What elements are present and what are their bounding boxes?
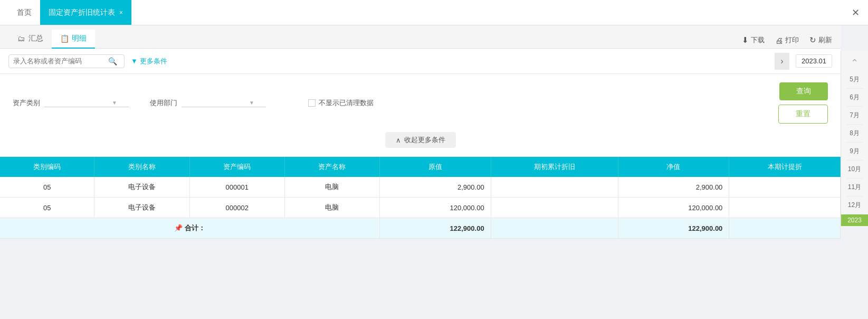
collapse-label: 收起更多条件 xyxy=(404,135,445,145)
tab-detail[interactable]: 📋 明细 xyxy=(52,30,95,49)
cell-initial-depreciation xyxy=(491,198,618,218)
search-input-wrap[interactable]: 🔍 xyxy=(8,54,125,68)
collapse-button[interactable]: ∧ 收起更多条件 xyxy=(385,132,456,148)
cell-current-depreciation xyxy=(729,198,841,218)
month-list: 5月6月7月8月9月10月11月12月 xyxy=(846,71,863,214)
total-initial-depreciation xyxy=(491,218,618,239)
search-input[interactable] xyxy=(13,57,108,65)
download-button[interactable]: ⬇ 下载 xyxy=(742,35,765,45)
tab-summary[interactable]: 🗂 汇总 xyxy=(8,30,52,49)
cell-category-name: 电子设备 xyxy=(94,177,189,198)
filter-area: 资产类别 ▼ 使用部门 ▼ 不显示已清理数据 xyxy=(0,74,841,157)
category-dropdown-icon: ▼ xyxy=(112,100,117,106)
department-select[interactable]: ▼ xyxy=(182,99,266,107)
cell-asset-code: 000002 xyxy=(189,198,284,218)
month-item[interactable]: 7月 xyxy=(846,107,863,125)
cell-category-name: 电子设备 xyxy=(94,198,189,218)
month-panel: ⌃ 5月6月7月8月9月10月11月12月 2023 xyxy=(841,51,868,226)
col-header-category-code: 类别编码 xyxy=(0,157,94,177)
table-wrap: 类别编码 类别名称 资产编码 资产名称 原值 期初累计折旧 净值 本期计提折 0… xyxy=(0,157,841,239)
print-button[interactable]: 🖨 打印 xyxy=(775,35,799,45)
month-item[interactable]: 5月 xyxy=(846,71,863,89)
total-current-depreciation xyxy=(729,218,841,239)
tab-close-icon[interactable]: × xyxy=(119,9,123,16)
sub-tabs-bar: 🗂 汇总 📋 明细 ⬇ 下载 🖨 打印 ↻ 刷新 xyxy=(0,25,841,49)
detail-icon: 📋 xyxy=(60,34,69,43)
total-original-value: 122,900.00 xyxy=(379,218,491,239)
cell-asset-code: 000001 xyxy=(189,177,284,198)
col-header-asset-code: 资产编码 xyxy=(189,157,284,177)
total-net-value: 122,900.00 xyxy=(618,218,729,239)
date-label: 2023.01 xyxy=(796,54,832,68)
refresh-icon: ↻ xyxy=(809,35,816,45)
asset-category-field: 资产类别 ▼ xyxy=(13,98,129,108)
cell-category-code: 05 xyxy=(0,177,94,198)
cell-category-code: 05 xyxy=(0,198,94,218)
cell-asset-name: 电脑 xyxy=(284,198,379,218)
col-header-category-name: 类别名称 xyxy=(94,157,189,177)
department-dropdown-icon: ▼ xyxy=(249,100,254,106)
col-header-asset-name: 资产名称 xyxy=(284,157,379,177)
more-filter-button[interactable]: ▼ 更多条件 xyxy=(131,57,167,66)
query-button[interactable]: 查询 xyxy=(779,82,828,100)
hide-cleared-checkbox[interactable] xyxy=(308,99,316,107)
toolbar-right: ⬇ 下载 🖨 打印 ↻ 刷新 xyxy=(742,35,832,48)
tab-summary-label: 汇总 xyxy=(28,34,43,43)
month-item[interactable]: 8月 xyxy=(846,125,863,143)
cell-current-depreciation xyxy=(729,177,841,198)
month-item[interactable]: 11月 xyxy=(846,179,863,196)
cell-original-value: 120,000.00 xyxy=(379,198,491,218)
hide-cleared-label: 不显示已清理数据 xyxy=(319,98,374,108)
summary-icon: 🗂 xyxy=(17,34,25,43)
col-header-net-value: 净值 xyxy=(618,157,729,177)
filter-label: 更多条件 xyxy=(140,57,167,66)
table-row: 05 电子设备 000001 电脑 2,900.00 2,900.00 xyxy=(0,177,841,198)
reset-button[interactable]: 重置 xyxy=(778,105,828,124)
table-row: 05 电子设备 000002 电脑 120,000.00 120,000.00 xyxy=(0,198,841,218)
cell-original-value: 2,900.00 xyxy=(379,177,491,198)
month-item[interactable]: 10月 xyxy=(846,161,863,179)
filter-row: 资产类别 ▼ 使用部门 ▼ 不显示已清理数据 xyxy=(13,82,828,124)
tab-label: 固定资产折旧统计表 xyxy=(49,8,115,17)
btn-area: 查询 重置 xyxy=(778,82,828,124)
col-header-current-depreciation: 本期计提折 xyxy=(729,157,841,177)
cell-net-value: 2,900.00 xyxy=(618,177,729,198)
total-row: 📌合计： 122,900.00 122,900.00 xyxy=(0,218,841,239)
tab-detail-label: 明细 xyxy=(72,34,87,43)
asset-category-select[interactable]: ▼ xyxy=(44,99,129,107)
cell-initial-depreciation xyxy=(491,177,618,198)
department-label: 使用部门 xyxy=(150,98,177,108)
download-label: 下载 xyxy=(751,35,765,45)
month-item[interactable]: 9月 xyxy=(846,143,863,161)
filter-icon: ▼ xyxy=(131,57,138,65)
department-field: 使用部门 ▼ xyxy=(150,98,266,108)
search-icon: 🔍 xyxy=(108,57,117,65)
col-header-original-value: 原值 xyxy=(379,157,491,177)
download-icon: ⬇ xyxy=(742,35,749,45)
cell-asset-name: 电脑 xyxy=(284,177,379,198)
month-item[interactable]: 6月 xyxy=(846,89,863,107)
main-content: 🗂 汇总 📋 明细 ⬇ 下载 🖨 打印 ↻ 刷新 xyxy=(0,25,841,239)
cell-net-value: 120,000.00 xyxy=(618,198,729,218)
hide-cleared-field: 不显示已清理数据 xyxy=(308,98,374,108)
print-icon: 🖨 xyxy=(775,36,783,45)
collapse-icon: ∧ xyxy=(396,136,401,144)
refresh-button[interactable]: ↻ 刷新 xyxy=(809,35,832,45)
month-item[interactable]: 12月 xyxy=(846,196,863,214)
search-bar: 🔍 ▼ 更多条件 › 2023.01 xyxy=(0,49,841,74)
table-header: 类别编码 类别名称 资产编码 资产名称 原值 期初累计折旧 净值 本期计提折 xyxy=(0,157,841,177)
table-body: 05 电子设备 000001 电脑 2,900.00 2,900.00 05 电… xyxy=(0,177,841,239)
window-close-button[interactable]: ✕ xyxy=(852,7,860,18)
asset-category-label: 资产类别 xyxy=(13,98,40,108)
total-label: 📌合计： xyxy=(0,218,379,239)
home-tab[interactable]: 首页 xyxy=(8,0,40,25)
print-label: 打印 xyxy=(785,35,799,45)
month-scroll-up[interactable]: ⌃ xyxy=(848,55,861,71)
year-badge[interactable]: 2023 xyxy=(841,214,868,226)
refresh-label: 刷新 xyxy=(818,35,832,45)
active-tab[interactable]: 固定资产折旧统计表 × xyxy=(40,0,131,25)
side-panel-arrow[interactable]: › xyxy=(775,53,789,70)
col-header-initial-depreciation: 期初累计折旧 xyxy=(491,157,618,177)
data-table: 类别编码 类别名称 资产编码 资产名称 原值 期初累计折旧 净值 本期计提折 0… xyxy=(0,157,841,239)
total-icon: 📌 xyxy=(174,224,183,232)
